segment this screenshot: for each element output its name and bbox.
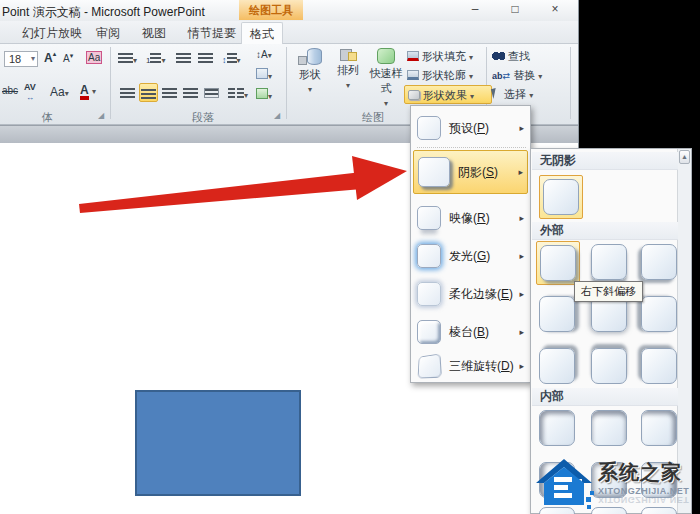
swatch-inner-top-right[interactable] bbox=[641, 410, 677, 446]
reflection-effect-icon bbox=[417, 206, 441, 230]
title-bar: Point 演示文稿 - Microsoft PowerPoint 绘图工具 –… bbox=[0, 0, 578, 21]
align-text-button[interactable]: ▾ bbox=[256, 68, 272, 82]
swatch-inner-top-left[interactable] bbox=[539, 410, 575, 446]
line-spacing-button[interactable]: ↕▾ bbox=[222, 52, 241, 66]
accelerator-key: G bbox=[477, 249, 486, 263]
swatch-offset-bottom[interactable] bbox=[591, 244, 627, 280]
bullets-button[interactable]: ▾ bbox=[118, 52, 137, 66]
chevron-down-icon: ▾ bbox=[237, 56, 241, 65]
maximize-button[interactable]: □ bbox=[500, 2, 530, 17]
shape-effects-label: 形状效果 bbox=[423, 89, 467, 101]
swatch-inner-top[interactable] bbox=[591, 410, 627, 446]
watermark-domain-reflection: XITONGZHIJIA.NET bbox=[598, 495, 689, 505]
left-right-arrows-icon: ↔ bbox=[26, 93, 34, 102]
increase-indent-icon bbox=[198, 53, 213, 63]
clear-formatting-button[interactable]: Aa bbox=[86, 50, 102, 64]
cursor-arrow-icon bbox=[491, 87, 502, 99]
slide-rectangle-shape[interactable] bbox=[135, 390, 301, 496]
text-direction-button[interactable]: ↕A▾ bbox=[256, 49, 272, 60]
swatch-offset-diagonal-top-left[interactable] bbox=[641, 348, 677, 384]
text-direction-icon: ↕A bbox=[256, 49, 268, 60]
shape-fill-label: 形状填充 bbox=[422, 50, 466, 62]
character-spacing-button[interactable]: AV↔ bbox=[24, 82, 36, 102]
quick-styles-button[interactable]: 快速样式▾ bbox=[366, 48, 406, 110]
align-left-icon bbox=[120, 88, 135, 98]
menu-item-preset[interactable]: 预设(P) ▸ bbox=[413, 110, 528, 146]
bullet-list-icon bbox=[118, 53, 133, 63]
font-group-label: 体 bbox=[42, 110, 53, 125]
inner-shadow-top-icon bbox=[591, 410, 627, 446]
paragraph-dialog-launcher-icon[interactable]: ◢ bbox=[274, 111, 280, 120]
tab-slideshow[interactable]: 幻灯片放映 bbox=[14, 22, 90, 44]
menu-item-shadow[interactable]: 阴影(S) ▸ bbox=[413, 150, 528, 194]
minimize-button[interactable]: – bbox=[460, 2, 490, 17]
tab-format[interactable]: 格式 bbox=[241, 22, 283, 44]
shape-square-icon bbox=[298, 56, 307, 65]
accelerator-key: D bbox=[501, 359, 510, 373]
shapes-button[interactable]: 形状▾ bbox=[292, 48, 328, 110]
menu-item-glow[interactable]: 发光(G) ▸ bbox=[413, 238, 528, 274]
font-size-value: 18 bbox=[9, 53, 21, 65]
menu-separator bbox=[417, 147, 526, 148]
change-case-button[interactable]: Aa▾ bbox=[50, 85, 69, 99]
grow-font-button[interactable]: A▴ bbox=[44, 50, 56, 65]
swatch-offset-diagonal-bottom-left[interactable] bbox=[641, 244, 677, 280]
decrease-indent-button[interactable] bbox=[176, 52, 191, 66]
glow-effect-icon bbox=[417, 244, 441, 268]
inner-shadow-top-left-icon bbox=[539, 410, 575, 446]
increase-indent-button[interactable] bbox=[198, 52, 213, 66]
swatch-offset-left[interactable] bbox=[641, 296, 677, 332]
find-button[interactable]: 查找 bbox=[492, 47, 572, 66]
select-button[interactable]: 选择 ▾ bbox=[492, 85, 572, 104]
swatch-offset-top[interactable] bbox=[591, 348, 627, 384]
strikethrough-button[interactable]: abc bbox=[2, 85, 18, 96]
shape-outline-label: 形状轮廓 bbox=[422, 69, 466, 81]
menu-item-bevel[interactable]: 棱台(B) ▸ bbox=[413, 314, 528, 350]
section-header-no-shadow: 无阴影 bbox=[532, 152, 678, 170]
menu-item-label: 发光 bbox=[449, 249, 473, 263]
scroll-up-icon[interactable]: ▲ bbox=[679, 150, 690, 164]
justify-button[interactable] bbox=[181, 83, 200, 102]
shapes-icon bbox=[307, 48, 322, 65]
swatch-offset-diagonal-bottom-right[interactable] bbox=[536, 241, 580, 285]
group-separator bbox=[110, 47, 111, 119]
chevron-down-icon: ▾ bbox=[161, 56, 165, 65]
align-center-button[interactable] bbox=[139, 83, 158, 102]
shape-fill-button[interactable]: 形状填充 ▾ bbox=[404, 47, 492, 66]
shrink-font-button[interactable]: A▾ bbox=[63, 52, 73, 64]
convert-smartart-button[interactable]: ▾ bbox=[256, 88, 272, 102]
shape-outline-button[interactable]: 形状轮廓 ▾ bbox=[404, 66, 492, 85]
distribute-button[interactable] bbox=[202, 83, 221, 102]
swatch-offset-diagonal-top-right[interactable] bbox=[539, 348, 575, 384]
align-right-button[interactable] bbox=[160, 83, 179, 102]
menu-item-3d-rotation[interactable]: 三维旋转(D) ▸ bbox=[413, 348, 528, 384]
align-right-icon bbox=[162, 88, 177, 98]
align-left-button[interactable] bbox=[118, 83, 137, 102]
swatch-tooltip: 右下斜偏移 bbox=[574, 281, 643, 302]
submenu-arrow-icon: ▸ bbox=[519, 251, 524, 261]
bevel-effect-icon bbox=[417, 320, 441, 344]
font-color-button[interactable]: A ▾ bbox=[80, 83, 96, 100]
replace-label: 替换 bbox=[513, 69, 535, 81]
menu-item-reflection[interactable]: 映像(R) ▸ bbox=[413, 200, 528, 236]
arrange-button[interactable]: 排列▾ bbox=[330, 48, 366, 110]
chevron-down-icon: ▾ bbox=[65, 89, 69, 98]
section-header-outer: 外部 bbox=[532, 222, 678, 240]
close-button[interactable]: × bbox=[540, 2, 570, 17]
numbering-button[interactable]: 1▾ bbox=[146, 52, 165, 66]
shadow-top-left-icon bbox=[641, 348, 677, 384]
replace-ab-icon: ab bbox=[492, 71, 503, 81]
menu-item-soft-edges[interactable]: 柔化边缘(E) ▸ bbox=[413, 276, 528, 312]
swatch-no-shadow-selected[interactable] bbox=[539, 175, 583, 219]
shape-effects-button[interactable]: 形状效果 ▾ bbox=[404, 85, 492, 104]
watermark-name: 系统之家 bbox=[598, 459, 689, 486]
replace-button[interactable]: ab⇄ 替换 ▾ bbox=[492, 66, 572, 85]
swatch-offset-right[interactable] bbox=[539, 296, 575, 332]
tab-review[interactable]: 审阅 bbox=[88, 22, 128, 44]
tab-view[interactable]: 视图 bbox=[134, 22, 174, 44]
no-shadow-swatch-icon bbox=[543, 179, 579, 215]
columns-button[interactable]: ▾ bbox=[228, 87, 248, 101]
font-dialog-launcher-icon[interactable]: ◢ bbox=[98, 111, 104, 120]
font-size-input[interactable]: 18▾ bbox=[4, 51, 38, 67]
tab-storyboard[interactable]: 情节提要 bbox=[180, 22, 244, 44]
